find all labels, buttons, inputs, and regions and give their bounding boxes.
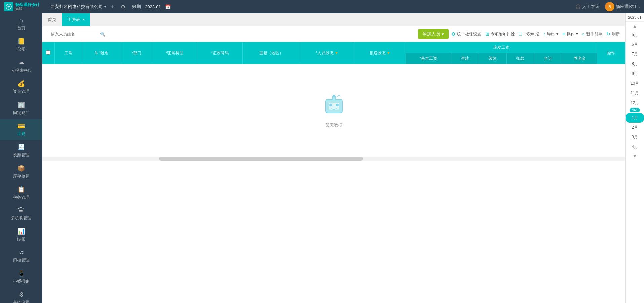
sidebar-item-archive[interactable]: 🗂 归档管理 — [0, 246, 42, 266]
th-personnel-status[interactable]: *人员状态 ▼ — [300, 42, 354, 64]
company-dropdown-icon[interactable]: ▾ — [104, 5, 106, 9]
guide-btn[interactable]: ○ 新手引导 — [582, 31, 602, 37]
sidebar-item-salary[interactable]: 💳 工资 — [0, 119, 42, 140]
scrollbar-thumb[interactable] — [159, 157, 363, 161]
sidebar-label-tax: 税务管理 — [13, 194, 29, 200]
month-8[interactable]: 8月 — [626, 59, 644, 69]
th-dept: *部门 — [121, 42, 152, 64]
sidebar-item-ledger[interactable]: 📒 总账 — [0, 34, 42, 55]
month-2[interactable]: 2月 — [626, 123, 644, 132]
logo-icon — [4, 2, 13, 11]
support-label: 人工客询 — [582, 4, 600, 10]
sidebar-item-tax[interactable]: 📋 税务管理 — [0, 182, 42, 204]
calendar-icon[interactable]: 📅 — [165, 4, 171, 9]
year-badge: 2023 — [630, 108, 640, 112]
sidebar-label-close: 结账 — [17, 236, 25, 242]
refresh-btn[interactable]: ↻ 刷新 — [606, 31, 620, 37]
th-checkbox[interactable] — [42, 42, 54, 64]
personnel-status-filter-icon: ▼ — [335, 51, 338, 55]
sidebar-label-expense: 小畅报销 — [13, 278, 29, 284]
scrollbar-track[interactable] — [42, 157, 625, 161]
sidebar-label-salary: 工资 — [17, 131, 25, 137]
ledger-icon: 📒 — [17, 38, 25, 45]
add-company-button[interactable]: ＋ — [109, 2, 117, 12]
month-9[interactable]: 9月 — [626, 69, 644, 79]
multi-org-icon: 🏛 — [18, 207, 24, 214]
select-all-checkbox[interactable] — [46, 50, 50, 55]
search-box[interactable]: 🔍 — [48, 30, 108, 38]
right-panel-header: 2023.01 — [626, 13, 644, 22]
operations-arrow: ▾ — [576, 32, 578, 36]
sidebar-item-settings[interactable]: ⚙ 基础设置 — [0, 288, 42, 303]
guide-circle-icon: ○ — [582, 31, 585, 37]
scroll-down-arrow[interactable]: ▼ — [633, 152, 637, 160]
sidebar-item-invoice[interactable]: 🧾 发票管理 — [0, 140, 42, 161]
th-report-status[interactable]: 报送状态 ▼ — [354, 42, 406, 64]
export-label: 导出 — [547, 31, 555, 37]
settings-button[interactable]: ⚙ — [119, 2, 127, 11]
company-name: 西安虾米网络科技有限公司 — [50, 4, 103, 10]
headset-icon: 🎧 — [575, 4, 581, 9]
export-btn[interactable]: ↑ 导出 ▾ — [543, 31, 558, 37]
th-pension: 养老金 — [562, 53, 597, 64]
sidebar-item-assets[interactable]: 🏢 固定资产 — [0, 98, 42, 119]
sidebar-label-archive: 归档管理 — [13, 257, 29, 263]
social-security-btn[interactable]: ⚙ 统一社保设置 — [451, 31, 481, 37]
th-nationality: 国籍（地区） — [243, 42, 300, 64]
tax-icon: 📋 — [17, 186, 25, 193]
sidebar-item-funds[interactable]: 💰 资金管理 — [0, 77, 42, 98]
sidebar-item-home[interactable]: ⌂ 首页 — [0, 13, 42, 34]
tax-declaration-btn[interactable]: □ 个税申报 — [519, 31, 539, 37]
special-deduction-icon: ⊞ — [485, 31, 489, 37]
company-selector[interactable]: 西安虾米网络科技有限公司 ▾ — [50, 4, 106, 10]
month-6[interactable]: 6月 — [626, 40, 644, 49]
content-area: 首页 工资表 × 🔍 添加人员 ▾ ⚙ 统一社保设置 — [42, 13, 625, 303]
month-5[interactable]: 5月 — [626, 30, 644, 40]
sidebar-item-inventory[interactable]: 📦 库存核算 — [0, 161, 42, 182]
special-deduction-btn[interactable]: ⊞ 专项附加扣除 — [485, 31, 515, 37]
month-3[interactable]: 3月 — [626, 132, 644, 142]
tab-home[interactable]: 首页 — [42, 13, 62, 26]
top-header: 畅应通好会计 旗版 西安虾米网络科技有限公司 ▾ ＋ ⚙ 账期 2023-01 … — [0, 0, 644, 13]
add-person-label: 添加人员 — [423, 31, 440, 37]
search-input[interactable] — [51, 32, 98, 36]
tab-home-label: 首页 — [48, 17, 56, 23]
tab-salary-label: 工资表 — [67, 17, 80, 23]
scroll-up-arrow[interactable]: ▲ — [633, 22, 637, 30]
cloud-icon: ☁ — [18, 59, 24, 66]
sidebar-item-close-accounts[interactable]: 📊 结账 — [0, 224, 42, 246]
export-icon: ↑ — [543, 31, 545, 37]
support-button[interactable]: 🎧 人工客询 — [575, 4, 600, 10]
table-container: 工号 ⇅ *姓名 *部门 *证照类型 *证照号码 国籍（地区） *人员状态 ▼ … — [42, 42, 625, 303]
social-security-label: 统一社保设置 — [457, 31, 481, 37]
svg-line-8 — [339, 95, 341, 96]
month-1-active[interactable]: 1月 — [626, 113, 644, 123]
th-name: ⇅ *姓名 — [82, 42, 121, 64]
svg-point-4 — [336, 104, 339, 106]
th-id-type: *证照类型 — [152, 42, 197, 64]
sidebar-item-multi-org[interactable]: 🏛 多机构管理 — [0, 204, 42, 224]
tax-declaration-label: 个税申报 — [523, 31, 539, 37]
tab-close-icon[interactable]: × — [82, 17, 85, 22]
operations-btn[interactable]: ≡ 操作 ▾ — [562, 31, 578, 37]
svg-point-3 — [329, 104, 332, 106]
month-7[interactable]: 7月 — [626, 49, 644, 59]
th-id-no: *证照号码 — [197, 42, 242, 64]
th-deduction: 扣款 — [506, 53, 534, 64]
month-4[interactable]: 4月 — [626, 142, 644, 152]
main-layout: ⌂ 首页 📒 总账 ☁ 云报表中心 💰 资金管理 🏢 固定资产 💳 工资 🧾 发… — [0, 13, 644, 303]
month-11[interactable]: 11月 — [626, 88, 644, 98]
month-10[interactable]: 10月 — [626, 79, 644, 88]
sidebar-label-home: 首页 — [17, 25, 25, 31]
sidebar-item-expense[interactable]: 📱 小畅报销 — [0, 266, 42, 288]
month-12[interactable]: 12月 — [626, 98, 644, 108]
sidebar: ⌂ 首页 📒 总账 ☁ 云报表中心 💰 资金管理 🏢 固定资产 💳 工资 🧾 发… — [0, 13, 42, 303]
search-icon: 🔍 — [100, 32, 105, 37]
sidebar-label-ledger: 总账 — [17, 46, 25, 52]
user-menu[interactable]: B 畅应通B组... — [605, 2, 640, 11]
assets-icon: 🏢 — [17, 101, 25, 109]
sidebar-item-cloud-report[interactable]: ☁ 云报表中心 — [0, 55, 42, 77]
add-person-button[interactable]: 添加人员 ▾ — [418, 29, 449, 39]
prev-year-section: 5月 6月 7月 8月 9月 10月 11月 12月 — [626, 30, 644, 108]
tab-salary[interactable]: 工资表 × — [62, 13, 90, 26]
